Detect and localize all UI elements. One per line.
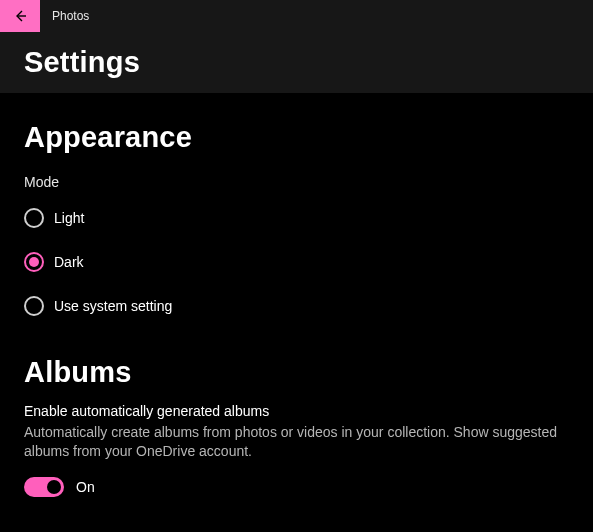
app-name: Photos <box>40 9 89 23</box>
auto-albums-toggle-row: On <box>24 477 569 497</box>
back-arrow-icon <box>12 8 28 24</box>
auto-albums-toggle-state: On <box>76 479 95 495</box>
radio-dark[interactable]: Dark <box>24 252 569 272</box>
radio-light[interactable]: Light <box>24 208 569 228</box>
back-button[interactable] <box>0 0 40 32</box>
radio-icon <box>24 208 44 228</box>
radio-system[interactable]: Use system setting <box>24 296 569 316</box>
titlebar: Photos <box>0 0 593 32</box>
toggle-knob-icon <box>47 480 61 494</box>
radio-selected-dot-icon <box>29 257 39 267</box>
albums-section: Albums Enable automatically generated al… <box>24 356 569 497</box>
page-title: Settings <box>24 46 569 79</box>
auto-albums-toggle[interactable] <box>24 477 64 497</box>
mode-group-label: Mode <box>24 174 569 190</box>
radio-icon <box>24 296 44 316</box>
auto-albums-label: Enable automatically generated albums <box>24 403 569 419</box>
radio-light-label: Light <box>54 210 84 226</box>
section-albums-title: Albums <box>24 356 569 389</box>
radio-icon <box>24 252 44 272</box>
radio-dark-label: Dark <box>54 254 84 270</box>
radio-system-label: Use system setting <box>54 298 172 314</box>
header: Settings <box>0 32 593 93</box>
auto-albums-description: Automatically create albums from photos … <box>24 423 569 461</box>
section-appearance-title: Appearance <box>24 121 569 154</box>
content: Appearance Mode Light Dark Use system se… <box>0 121 593 497</box>
